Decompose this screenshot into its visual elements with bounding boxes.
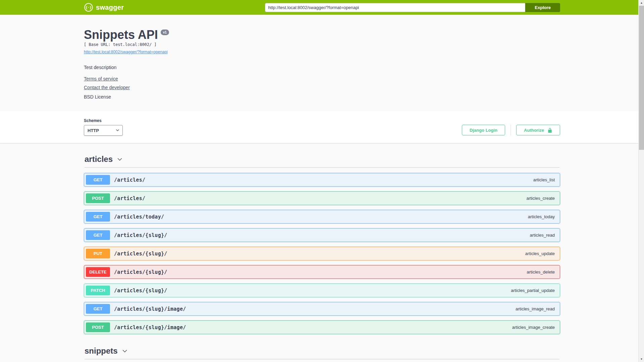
method-badge: GET: [86, 212, 110, 222]
page-title: Snippets API: [84, 29, 158, 41]
operation-path: /articles/: [114, 177, 533, 183]
operations-container: articles GET /articles/ articles_list PO…: [0, 143, 644, 362]
opblock-summary[interactable]: PUT /articles/{slug}/ articles_update: [84, 247, 560, 260]
divider: [511, 124, 511, 136]
opblock-summary[interactable]: GET /articles/ articles_list: [84, 173, 560, 186]
chevron-down-icon: [122, 348, 128, 354]
operation-path: /articles/{slug}/image/: [114, 306, 516, 312]
opblock-summary[interactable]: POST /articles/ articles_create: [84, 192, 560, 205]
opblock-articles-today[interactable]: GET /articles/today/ articles_today: [84, 210, 560, 224]
brand-name: swagger: [96, 4, 124, 11]
tag-section-snippets: snippets GET /snippets/ snippets_list: [84, 343, 560, 362]
tag-header-articles[interactable]: articles: [85, 151, 559, 168]
opblock-articles-image-create[interactable]: POST /articles/{slug}/image/ articles_im…: [84, 320, 560, 334]
topbar: {·} swagger Explore: [0, 0, 644, 15]
opblock-articles-create[interactable]: POST /articles/ articles_create: [84, 191, 560, 205]
svg-text:{·}: {·}: [86, 5, 92, 9]
api-description: Test description: [84, 65, 560, 70]
authorize-button[interactable]: Authorize: [516, 125, 560, 135]
opblock-summary[interactable]: GET /articles/{slug}/image/ articles_ima…: [84, 302, 560, 315]
operation-path: /articles/today/: [114, 214, 528, 220]
contact-developer-link[interactable]: Contact the developer: [84, 85, 560, 90]
terms-of-service-link[interactable]: Terms of service: [84, 76, 560, 81]
vertical-scrollbar[interactable]: ▲ ▼: [638, 0, 644, 362]
license-text: BSD License: [84, 94, 560, 100]
operation-id: articles_create: [526, 196, 555, 201]
base-url: [ Base URL: test.local:8002/ ]: [84, 42, 560, 47]
operation-id: articles_read: [530, 233, 555, 238]
operation-path: /articles/: [114, 195, 526, 201]
method-badge: GET: [86, 304, 110, 314]
tag-name: articles: [85, 155, 113, 164]
method-badge: POST: [86, 193, 110, 203]
operation-id: articles_today: [528, 214, 555, 219]
explore-button[interactable]: Explore: [525, 3, 560, 12]
operation-id: articles_image_read: [516, 306, 555, 311]
information-container: Snippets API v1 [ Base URL: test.local:8…: [0, 15, 644, 111]
operation-path: /articles/{slug}/: [114, 232, 530, 238]
operation-id: articles_delete: [527, 269, 555, 275]
scrollbar-thumb[interactable]: [639, 6, 644, 150]
opblock-summary[interactable]: GET /articles/today/ articles_today: [84, 210, 560, 223]
auth-wrapper: Django Login Authorize: [462, 124, 560, 136]
opblock-summary[interactable]: PATCH /articles/{slug}/ articles_partial…: [84, 284, 560, 297]
scheme-container: Schemes HTTP Django Login Authorize: [0, 111, 644, 143]
opblock-articles-update[interactable]: PUT /articles/{slug}/ articles_update: [84, 247, 560, 260]
opblock-summary[interactable]: DELETE /articles/{slug}/ articles_delete: [84, 265, 560, 279]
method-badge: PATCH: [86, 286, 110, 295]
operation-id: articles_list: [533, 177, 555, 182]
opblock-articles-delete[interactable]: DELETE /articles/{slug}/ articles_delete: [84, 265, 560, 279]
opblock-articles-list[interactable]: GET /articles/ articles_list: [84, 173, 560, 187]
method-badge: DELETE: [86, 267, 110, 277]
django-login-button[interactable]: Django Login: [462, 125, 505, 135]
operation-id: articles_partial_update: [511, 288, 555, 293]
opblock-articles-read[interactable]: GET /articles/{slug}/ articles_read: [84, 228, 560, 242]
scroll-up-arrow-icon[interactable]: ▲: [639, 0, 644, 6]
operation-path: /articles/{slug}/image/: [114, 324, 512, 330]
spec-url-form: Explore: [265, 3, 560, 12]
scroll-down-arrow-icon[interactable]: ▼: [639, 356, 644, 362]
opblock-articles-partial-update[interactable]: PATCH /articles/{slug}/ articles_partial…: [84, 284, 560, 297]
operation-path: /articles/{slug}/: [114, 269, 527, 275]
swagger-logo[interactable]: {·} swagger: [84, 3, 124, 12]
lock-open-icon: [547, 127, 552, 133]
spec-link[interactable]: http://test.local:8002/swagger/?format=o…: [84, 50, 168, 54]
authorize-label: Authorize: [524, 128, 544, 133]
schemes-group: Schemes HTTP: [84, 118, 123, 136]
opblock-summary[interactable]: GET /articles/{slug}/ articles_read: [84, 229, 560, 242]
method-badge: PUT: [86, 249, 110, 258]
spec-url-input[interactable]: [265, 3, 526, 12]
version-badge: v1: [161, 29, 169, 35]
django-login-label: Django Login: [470, 128, 497, 133]
operation-path: /articles/{slug}/: [114, 288, 511, 294]
method-badge: POST: [86, 322, 110, 332]
method-badge: GET: [86, 230, 110, 240]
tag-name: snippets: [85, 346, 118, 356]
swagger-logo-icon: {·}: [84, 3, 93, 12]
schemes-select[interactable]: HTTP: [84, 125, 123, 136]
tag-header-snippets[interactable]: snippets: [85, 343, 559, 359]
tag-section-articles: articles GET /articles/ articles_list PO…: [84, 151, 560, 334]
opblock-summary[interactable]: POST /articles/{slug}/image/ articles_im…: [84, 321, 560, 334]
operation-id: articles_update: [525, 251, 555, 256]
operation-path: /articles/{slug}/: [114, 251, 525, 257]
chevron-down-icon: [117, 156, 123, 162]
opblock-articles-image-read[interactable]: GET /articles/{slug}/image/ articles_ima…: [84, 302, 560, 316]
operation-id: articles_image_create: [512, 325, 555, 330]
schemes-label: Schemes: [84, 118, 123, 123]
method-badge: GET: [86, 175, 110, 185]
